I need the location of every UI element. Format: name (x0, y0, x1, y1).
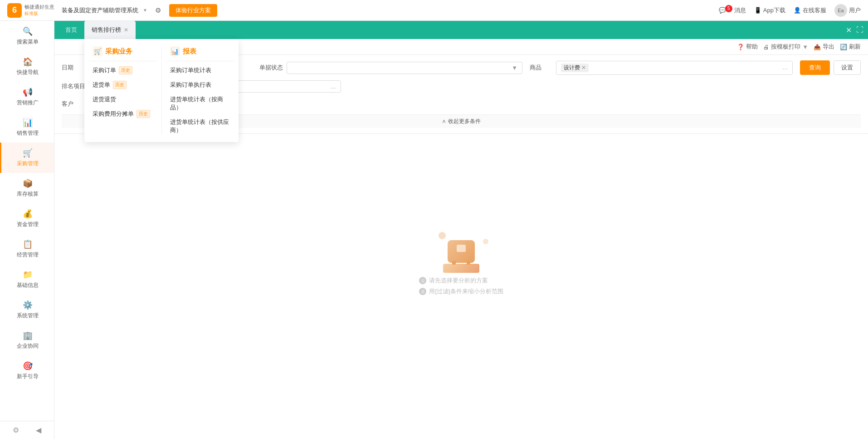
menu-incoming-stats-supplier[interactable]: 进货单统计表（按供应商） (166, 115, 234, 138)
sidebar-item-enterprise[interactable]: 🏢 企业协同 (0, 325, 54, 355)
filter-goods: 商品 设计费 ✕ … (530, 61, 793, 75)
sidebar-label-operations: 经营管理 (17, 251, 39, 259)
tab-bar-actions: ✕ ⛶ (845, 25, 864, 35)
goods-tag-text: 设计费 (564, 64, 580, 72)
query-button[interactable]: 查询 (800, 60, 830, 75)
incoming-return-label: 进货退货 (93, 95, 116, 104)
tab-sales-rank[interactable]: 销售排行榜 ✕ 🛒 采购业务 采购订单 历史 (84, 21, 136, 39)
export-icon: 📤 (814, 44, 821, 50)
purchase-order-history: 历史 (119, 66, 132, 74)
app-download-label: App下载 (763, 6, 785, 15)
tab-home[interactable]: 首页 (58, 21, 84, 39)
menu-incoming-return[interactable]: 进货退货 (89, 92, 157, 107)
salesman-more: … (330, 83, 336, 90)
sidebar-item-system[interactable]: ⚙️ 系统管理 (0, 295, 54, 325)
empty-illustration (434, 232, 488, 273)
message-label: 消息 (734, 6, 746, 15)
sidebar-label-system: 系统管理 (17, 312, 39, 320)
tab-maximize-icon[interactable]: ⛶ (855, 25, 864, 35)
order-status-select[interactable]: ▼ (287, 62, 522, 74)
sidebar-item-guide[interactable]: 🎯 新手引导 (0, 355, 54, 386)
refresh-action[interactable]: 🔄 刷新 (840, 43, 861, 51)
search-icon: 🔍 (23, 26, 33, 36)
sidebar-item-inventory[interactable]: 📦 库存核算 (0, 173, 54, 203)
sidebar-item-fund[interactable]: 💰 资金管理 (0, 203, 54, 234)
print-action[interactable]: 🖨 按模板打印 ▼ (763, 43, 808, 51)
logo-text-block: 畅捷通好生意 标准版 (24, 4, 54, 16)
menu-incoming[interactable]: 进货单 历史 (89, 78, 157, 92)
service-icon: 👤 (794, 7, 801, 14)
purchase-order-stats-label: 采购订单统计表 (170, 66, 211, 74)
tab-close-icon[interactable]: ✕ (124, 27, 128, 33)
print-label: 按模板打印 (771, 43, 800, 51)
message-action[interactable]: 💬 5 消息 (719, 6, 746, 15)
user-avatar: Ea (834, 4, 847, 17)
message-badge: 5 (725, 5, 732, 12)
goods-more: … (782, 64, 788, 71)
goods-label: 商品 (530, 64, 552, 72)
phone-icon: 📱 (754, 7, 761, 14)
sidebar-item-operations[interactable]: 📋 经营管理 (0, 234, 54, 264)
purchase-icon: 🛒 (23, 148, 33, 158)
sidebar: 🔍 搜索菜单 🏠 快捷导航 📢 营销推广 📊 销售管理 🛒 采购管理 📦 库存核… (0, 21, 54, 439)
purchase-col-icon: 🛒 (93, 46, 102, 56)
purchase-order-exec-label: 采购订单执行表 (170, 81, 211, 89)
setting-button[interactable]: 设置 (834, 60, 861, 75)
settings-icon-btn[interactable]: ⚙ (152, 4, 165, 17)
tab-close-all-icon[interactable]: ✕ (845, 25, 853, 35)
marketing-icon: 📢 (23, 87, 33, 97)
purchase-expense-label: 采购费用分摊单 (93, 110, 134, 118)
report-col-label: 报表 (183, 47, 196, 56)
system-icon: ⚙️ (23, 300, 33, 310)
basic-info-icon: 📁 (23, 270, 33, 280)
order-status-label: 单据状态 (259, 64, 283, 72)
purchase-col-label: 采购业务 (105, 47, 132, 56)
export-action[interactable]: 📤 导出 (814, 43, 834, 51)
sidebar-label-guide: 新手引导 (17, 373, 39, 380)
sidebar-label-basic-info: 基础信息 (17, 281, 39, 289)
user-action[interactable]: Ea 用户 (834, 4, 861, 17)
help-action[interactable]: ❓ 帮助 (737, 43, 758, 51)
sidebar-label-purchase: 采购管理 (17, 160, 39, 168)
sidebar-settings-btn[interactable]: ⚙ (13, 426, 19, 434)
sidebar-collapse-btn[interactable]: ◀ (36, 426, 41, 434)
purchase-col: 🛒 采购业务 采购订单 历史 进货单 历史 进货退货 (84, 44, 161, 138)
sidebar-label-quick-nav: 快捷导航 (17, 69, 39, 76)
logo-name: 畅捷通好生意 (24, 4, 54, 10)
sidebar-item-marketing[interactable]: 📢 营销推广 (0, 82, 54, 112)
app-download-action[interactable]: 📱 App下载 (754, 6, 785, 15)
menu-purchase-order[interactable]: 采购订单 历史 (89, 63, 157, 78)
guide-icon: 🎯 (23, 361, 33, 371)
menu-purchase-order-exec[interactable]: 采购订单执行表 (166, 78, 234, 92)
industry-btn[interactable]: 体验行业方案 (169, 4, 217, 17)
salesman-select[interactable]: … (231, 80, 341, 93)
menu-incoming-stats-goods[interactable]: 进货单统计表（按商品） (166, 92, 234, 115)
fund-icon: 💰 (23, 209, 33, 219)
empty-tip-2: ② 用[过滤]条件来缩小分析范围 (419, 287, 503, 296)
refresh-icon: 🔄 (840, 44, 847, 50)
header-middle: 装备及固定资产辅助管理系统 ▼ ⚙ 体验行业方案 (62, 4, 719, 17)
online-service-action[interactable]: 👤 在线客服 (794, 6, 826, 15)
avatar-text: Ea (838, 8, 844, 13)
enterprise-icon: 🏢 (23, 330, 33, 340)
filter-actions: 查询 设置 (800, 60, 861, 75)
goods-select[interactable]: 设计费 ✕ … (556, 61, 793, 75)
empty-state: ① 请先选择要分析的方案 ② 用[过滤]条件来缩小分析范围 (54, 134, 868, 439)
sidebar-label-inventory: 库存核算 (17, 190, 39, 198)
goods-tag-remove[interactable]: ✕ (581, 64, 586, 71)
inventory-icon: 📦 (23, 178, 33, 188)
tip-dot-2: ② (419, 288, 426, 295)
menu-purchase-expense[interactable]: 采购费用分摊单 历史 (89, 107, 157, 121)
sidebar-item-purchase[interactable]: 🛒 采购管理 (0, 143, 54, 173)
print-dropdown-icon[interactable]: ▼ (802, 44, 808, 50)
purchase-expense-history: 历史 (137, 110, 150, 118)
menu-purchase-order-stats[interactable]: 采购订单统计表 (166, 63, 234, 78)
tab-bar: 首页 销售排行榜 ✕ 🛒 采购业务 采购订单 历史 (54, 21, 868, 39)
sidebar-item-quick-nav[interactable]: 🏠 快捷导航 (0, 51, 54, 82)
sidebar-item-basic-info[interactable]: 📁 基础信息 (0, 264, 54, 295)
sidebar-item-search[interactable]: 🔍 搜索菜单 (0, 21, 54, 51)
logo-char: 6 (12, 5, 17, 15)
system-dropdown-arrow[interactable]: ▼ (143, 8, 147, 13)
customer-label: 客户 (62, 100, 84, 108)
sidebar-item-sales[interactable]: 📊 销售管理 (0, 112, 54, 143)
